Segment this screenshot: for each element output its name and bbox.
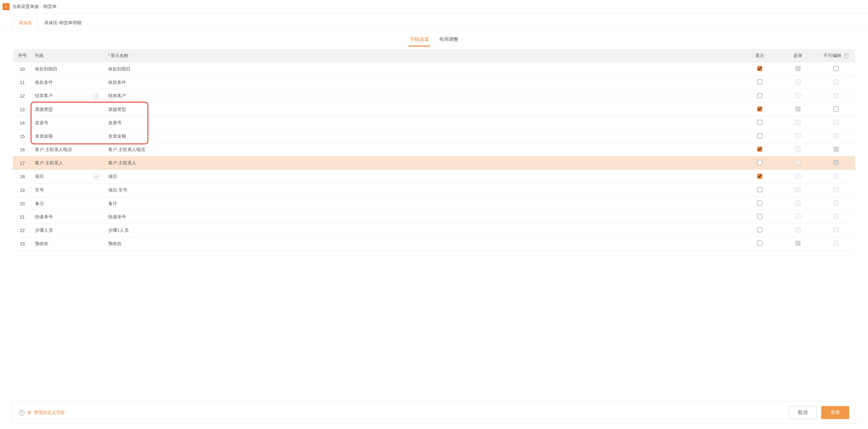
tab-header-area[interactable]: 表头区 — [13, 17, 38, 29]
required-checkbox — [796, 79, 801, 84]
readonly-checkbox — [834, 200, 839, 206]
show-checkbox[interactable] — [757, 147, 762, 152]
show-checkbox[interactable] — [757, 160, 762, 165]
table-row: 20备注备注 — [13, 197, 855, 210]
cell-display-name[interactable]: 收款条件 — [105, 76, 741, 89]
cell-required — [779, 116, 817, 130]
cell-display-name[interactable]: 项目.车号 — [105, 183, 741, 197]
cell-show — [741, 143, 779, 156]
cell-seq: 21 — [13, 210, 32, 224]
table-row: 13票据类型票据类型 — [13, 103, 855, 116]
cell-required — [779, 183, 817, 197]
table-row: 15发票金额发票金额 — [13, 130, 855, 143]
cell-seq: 11 — [13, 76, 32, 89]
add-icon[interactable]: + — [93, 93, 99, 99]
required-checkbox — [796, 133, 801, 138]
table-row: 18项目+项目 — [13, 170, 855, 183]
cell-display-name[interactable]: 票据类型 — [105, 103, 741, 116]
cell-show — [741, 183, 779, 197]
cell-show — [741, 197, 779, 210]
show-checkbox[interactable] — [757, 107, 762, 112]
cell-display-name[interactable]: 发票号 — [105, 116, 741, 130]
col-display-header: *显示名称 — [105, 49, 741, 62]
cell-show — [741, 210, 779, 224]
cell-name: 结算客户+ — [32, 89, 105, 103]
show-checkbox[interactable] — [757, 133, 762, 138]
show-checkbox[interactable] — [757, 79, 762, 84]
required-checkbox — [796, 66, 801, 71]
show-checkbox[interactable] — [757, 174, 762, 179]
cell-seq: 22 — [13, 224, 32, 237]
table-row: 23预收款预收款 — [13, 237, 855, 251]
required-checkbox — [796, 120, 801, 125]
cell-name: 收款到期日 — [32, 62, 105, 76]
table-row: 22步骤人员步骤1人员 — [13, 224, 855, 237]
required-checkbox — [796, 160, 801, 165]
cell-required — [779, 197, 817, 210]
cell-display-name[interactable]: 项目 — [105, 170, 741, 183]
cell-readonly — [817, 116, 855, 130]
page-title: 当前设置单据：销货单 — [12, 4, 57, 9]
show-checkbox[interactable] — [757, 200, 762, 206]
table-row: 10收款到期日收款到期日 — [13, 62, 855, 76]
show-checkbox[interactable] — [757, 120, 762, 125]
subtabs-row: 字段设置 布局调整 — [0, 29, 868, 47]
cell-display-name[interactable]: 收款到期日 — [105, 62, 741, 76]
required-checkbox — [796, 147, 801, 152]
readonly-checkbox[interactable] — [834, 107, 839, 112]
cell-seq: 20 — [13, 197, 32, 210]
table-row: 11收款条件收款条件 — [13, 76, 855, 89]
subtab-layout-adjust[interactable]: 布局调整 — [438, 34, 460, 47]
cell-readonly — [817, 130, 855, 143]
subtab-field-settings[interactable]: 字段设置 — [408, 34, 430, 47]
cell-name: 客户.主联系人 — [32, 156, 105, 170]
cell-required — [779, 224, 817, 237]
add-icon[interactable]: + — [93, 173, 99, 180]
show-checkbox[interactable] — [757, 240, 762, 246]
show-checkbox[interactable] — [757, 187, 762, 192]
show-checkbox[interactable] — [757, 227, 762, 232]
table-row: 21快递单号快递单号 — [13, 210, 855, 224]
readonly-checkbox — [834, 227, 839, 232]
readonly-checkbox — [834, 187, 839, 192]
required-checkbox — [796, 187, 801, 192]
cell-display-name[interactable]: 客户.主联系人电话 — [105, 143, 741, 156]
readonly-checkbox — [834, 174, 839, 179]
cell-display-name[interactable]: 结算客户 — [105, 89, 741, 103]
cell-name: 预收款 — [32, 237, 105, 251]
show-checkbox[interactable] — [757, 93, 762, 98]
cell-required — [779, 130, 817, 143]
cell-display-name[interactable]: 客户.主联系人 — [105, 156, 741, 170]
cell-display-name[interactable]: 步骤1人员 — [105, 224, 741, 237]
required-checkbox — [796, 200, 801, 206]
cell-name: 步骤人员 — [32, 224, 105, 237]
title-value: 销货单 — [43, 4, 57, 9]
chevron-right-icon — [4, 5, 8, 9]
show-checkbox[interactable] — [757, 214, 762, 219]
cell-required — [779, 89, 817, 103]
collapse-button[interactable] — [3, 3, 9, 10]
cell-name: 票据类型 — [32, 103, 105, 116]
cell-readonly — [817, 89, 855, 103]
cell-show — [741, 76, 779, 89]
cell-seq: 23 — [13, 237, 32, 251]
cell-display-name[interactable]: 备注 — [105, 197, 741, 210]
cell-required — [779, 237, 817, 251]
table-header-row: 序号 列名 *显示名称 显示 必录 不可编辑 ? — [13, 49, 855, 62]
readonly-checkbox[interactable] — [834, 66, 839, 71]
show-checkbox[interactable] — [757, 66, 762, 71]
help-icon[interactable]: ? — [844, 53, 849, 58]
cell-name: 客户.主联系人电话 — [32, 143, 105, 156]
cell-readonly — [817, 156, 855, 170]
tab-body-area[interactable]: 表体区-销货单明细 — [38, 17, 88, 29]
required-checkbox — [796, 227, 801, 232]
cell-show — [741, 62, 779, 76]
cell-display-name[interactable]: 快递单号 — [105, 210, 741, 224]
cell-readonly — [817, 224, 855, 237]
cell-required — [779, 170, 817, 183]
cell-display-name[interactable]: 预收款 — [105, 237, 741, 251]
cell-seq: 13 — [13, 103, 32, 116]
cell-display-name[interactable]: 发票金额 — [105, 130, 741, 143]
page-header: 当前设置单据：销货单 — [0, 0, 868, 14]
cell-name: 收款条件 — [32, 76, 105, 89]
